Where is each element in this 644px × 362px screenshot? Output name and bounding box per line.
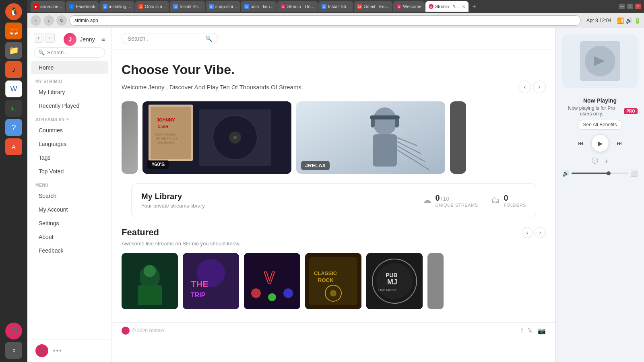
window-controls: — □ ✕ [619, 4, 641, 9]
help-icon[interactable]: ? [5, 119, 22, 136]
more-options-button[interactable]: ••• [53, 347, 62, 354]
sidebar-back-button[interactable]: ‹ [34, 33, 43, 43]
svg-point-34 [268, 293, 276, 301]
tab-close-button[interactable]: ✕ [462, 4, 465, 9]
featured-card-4[interactable]: CLASSIC ROCK [305, 253, 361, 309]
sidebar-search-icon: 🔍 [38, 49, 45, 56]
sidebar-item-about[interactable]: About [31, 230, 108, 243]
tab-install2[interactable]: G Install Str... [318, 1, 353, 12]
writer-icon[interactable]: W [5, 80, 22, 97]
tab-favicon-anna: ▶ [34, 4, 39, 9]
strimio-taskbar-icon[interactable]: 🎵 [5, 323, 22, 339]
svg-text:TRIP: TRIP [191, 292, 206, 298]
instagram-icon[interactable]: 📷 [538, 327, 546, 335]
main-search-input[interactable] [128, 35, 203, 42]
sidebar-item-search[interactable]: Search [31, 189, 108, 202]
close-window-button[interactable]: ✕ [635, 4, 641, 9]
featured-next-button[interactable]: › [535, 227, 546, 238]
sidebar-item-countries[interactable]: Countries [31, 124, 108, 137]
library-folders-info: 0 FOLDERS [504, 193, 526, 208]
files-icon[interactable]: 📁 [5, 42, 22, 59]
apps-icon[interactable]: ⠿ [5, 342, 22, 359]
featured-title: Featured [122, 227, 159, 238]
browser-forward-button[interactable]: › [43, 15, 54, 26]
footer-copyright: © 2020 Strimio [132, 328, 164, 333]
carousel-next-button[interactable]: › [533, 80, 546, 93]
svg-point-24 [144, 265, 156, 277]
main-search-bar[interactable]: 🔍 [122, 33, 218, 44]
facebook-icon[interactable]: f [521, 327, 523, 335]
tab-favicon-fb: f [69, 4, 74, 9]
sidebar-item-feedback[interactable]: Feedback [31, 244, 108, 257]
sidebar-search-bar[interactable]: 🔍 [34, 47, 105, 58]
play-pause-button[interactable]: ▶ [591, 134, 609, 152]
see-benefits-button[interactable]: See All Benefits [578, 120, 622, 130]
sidebar-item-languages[interactable]: Languages [31, 138, 108, 150]
ubuntu-icon[interactable]: 🐧 [5, 3, 22, 20]
featured-header: Featured ‹ › [122, 227, 546, 238]
tab-welcome[interactable]: S Welcome [393, 1, 425, 12]
tab-strimio-dow[interactable]: S Strimio - Do... [277, 1, 317, 12]
hero-subtitle: Welcome Jenny , Discover And Play Ten Of… [122, 80, 546, 93]
tab-google1[interactable]: G installing ... [99, 1, 134, 12]
new-tab-button[interactable]: + [469, 2, 479, 11]
featured-card-1[interactable] [122, 253, 178, 309]
svg-text:JOHNNY: JOHNNY [157, 117, 175, 122]
rhythmbox-icon[interactable]: ♪ [5, 61, 22, 78]
featured-card-5[interactable]: PUB MJ LIVE MUSIC [366, 253, 423, 309]
featured-card-3[interactable]: V [244, 253, 300, 309]
firefox-icon[interactable]: 🦊 [5, 23, 22, 39]
tab-install1[interactable]: G Install Str... [170, 1, 204, 12]
browser-back-button[interactable]: ‹ [31, 15, 41, 26]
tab-odio-linux[interactable]: G odio - linu... [241, 1, 277, 12]
featured-prev-button[interactable]: ‹ [522, 227, 533, 238]
tab-gmail[interactable]: M Gmail - Em... [354, 1, 392, 12]
next-track-button[interactable]: ⏭ [614, 138, 625, 149]
sidebar-item-my-account[interactable]: My Account [31, 203, 108, 216]
tab-anna[interactable]: ▶ anna.che... [31, 1, 65, 12]
tab-snap[interactable]: G snap.stor... [206, 1, 240, 12]
svg-point-13 [373, 107, 397, 136]
carousel-prev-button[interactable]: ‹ [518, 80, 531, 93]
volume-slider[interactable] [572, 173, 628, 174]
folders-label: FOLDERS [504, 203, 526, 208]
address-bar[interactable] [69, 15, 581, 26]
terminal-icon[interactable]: $_ [5, 100, 22, 117]
stream-card-tag-wrapper-relax: #RELAX [301, 162, 330, 169]
sidebar-item-recently-played[interactable]: Recently Played [31, 99, 108, 112]
sidebar-item-my-library[interactable]: My Library [31, 86, 108, 99]
sidebar-forward-button[interactable]: › [45, 33, 55, 43]
svg-rect-2 [151, 107, 191, 159]
stream-card-relax[interactable]: #RELAX [296, 101, 445, 174]
stream-card-60s[interactable]: JOHNNY CASH STORY SONGS OF THE TRAINS AN… [142, 101, 291, 174]
sidebar-search-input[interactable] [47, 49, 112, 56]
browser-reload-button[interactable]: ↻ [56, 15, 67, 26]
footer-logo-icon: 🎵 [122, 327, 130, 335]
svg-point-33 [283, 288, 293, 298]
sidebar-item-home[interactable]: Home [31, 61, 108, 74]
browser-window: ▶ anna.che... f Facebook G installing ..… [27, 0, 644, 362]
sidebar-item-settings[interactable]: Settings [31, 217, 108, 230]
volume-icon: 🔊 [562, 170, 569, 177]
maximize-button[interactable]: □ [627, 4, 633, 9]
info-icon[interactable]: ⓘ [592, 157, 598, 165]
main-search-icon: 🔍 [205, 35, 212, 42]
hamburger-menu-icon[interactable]: ≡ [101, 36, 105, 43]
tab-odio[interactable]: O Odio is a... [135, 1, 169, 12]
tab-facebook[interactable]: f Facebook [66, 1, 98, 12]
sidebar-item-tags[interactable]: Tags [31, 151, 108, 164]
minimize-button[interactable]: — [619, 4, 625, 9]
sidebar-item-top-voted[interactable]: Top Voted [31, 165, 108, 178]
svg-point-11 [233, 136, 237, 139]
software-icon[interactable]: A [5, 138, 22, 155]
featured-card-2[interactable]: THE TRIP [183, 253, 239, 309]
extra-controls: ⓘ + [556, 157, 644, 165]
tab-strimio-active[interactable]: S Strimio - Y... ✕ [425, 1, 469, 12]
tab-label: Facebook [76, 4, 95, 9]
svg-text:MJ: MJ [387, 278, 397, 286]
add-icon[interactable]: + [605, 158, 608, 165]
twitter-icon[interactable]: 𝕏 [528, 327, 533, 335]
svg-text:THE: THE [191, 279, 208, 289]
now-playing-message: Now playing is for Pro users only. PRO [562, 105, 638, 117]
prev-track-button[interactable]: ⏮ [575, 138, 586, 149]
